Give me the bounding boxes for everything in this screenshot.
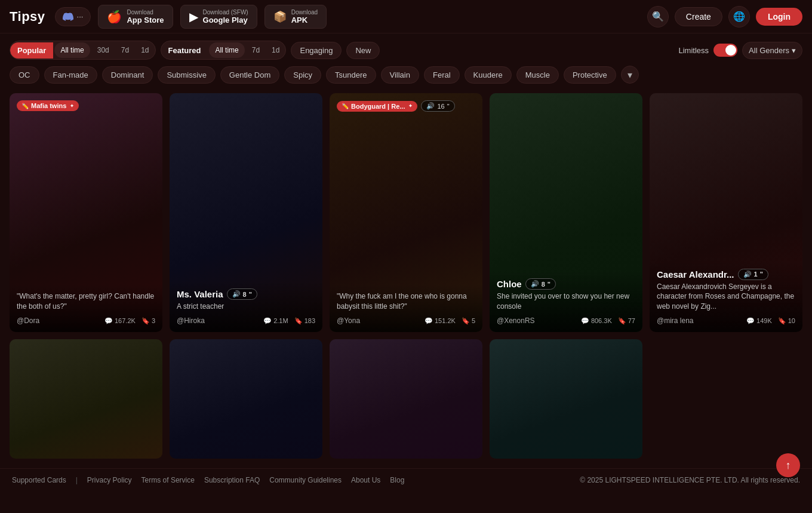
search-button[interactable]: 🔍 bbox=[647, 6, 669, 27]
tag-protective[interactable]: Protective bbox=[564, 66, 616, 84]
expand-tags-button[interactable]: ▾ bbox=[621, 66, 639, 84]
all-genders-label: All Genders bbox=[749, 46, 789, 55]
engaging-button[interactable]: Engaging bbox=[291, 42, 342, 59]
create-button[interactable]: Create bbox=[675, 7, 722, 26]
card-1-desc: "What's the matter, pretty girl? Can't h… bbox=[17, 291, 155, 312]
footer-links: Supported Cards | Privacy Policy Terms o… bbox=[12, 476, 404, 484]
featured-1d[interactable]: 1d bbox=[266, 42, 285, 58]
featured-alltime[interactable]: All time bbox=[209, 42, 244, 58]
filter-row-1: Popular All time 30d 7d 1d Featured All … bbox=[10, 41, 802, 60]
popular-7d[interactable]: 7d bbox=[115, 42, 135, 58]
new-button[interactable]: New bbox=[346, 42, 380, 59]
featured-filter-group: Featured All time 7d 1d bbox=[161, 41, 287, 60]
tag-feral[interactable]: Feral bbox=[424, 66, 460, 84]
tag-submissive[interactable]: Submissive bbox=[158, 66, 215, 84]
tag-oc[interactable]: OC bbox=[10, 66, 39, 84]
tag-spicy[interactable]: Spicy bbox=[284, 66, 321, 84]
card-3-footer: @Yona 💬 151.2K 🔖 5 bbox=[337, 317, 475, 325]
footer-sep-1: | bbox=[76, 476, 78, 484]
card-3-overlay: "Why the fuck am I the one who is gonna … bbox=[330, 284, 482, 332]
card-1-views: 🔖 3 bbox=[142, 317, 155, 325]
tag-kuudere[interactable]: Kuudere bbox=[465, 66, 512, 84]
card-2-author: @Hiroka bbox=[177, 317, 205, 325]
card-4-voice-badge: 🔊 8 " bbox=[525, 278, 556, 290]
card-3[interactable]: ✏️ Bodyguard | Re... 🔊 16 " "Why the fuc… bbox=[330, 93, 482, 332]
voice-icon: 🔊 bbox=[531, 280, 539, 288]
google-play-icon: ▶ bbox=[189, 10, 198, 24]
comment-icon: 💬 bbox=[746, 317, 755, 325]
comment-icon: 💬 bbox=[104, 317, 113, 325]
comment-icon: 💬 bbox=[263, 317, 272, 325]
card-5-overlay: Caesar Alexandr... 🔊 1 " Caesar Alexandr… bbox=[650, 262, 802, 332]
card-1-comments: 💬 167.2K bbox=[104, 317, 136, 325]
popular-1d[interactable]: 1d bbox=[135, 42, 155, 58]
login-button[interactable]: Login bbox=[756, 8, 802, 26]
apk-top-label: Download bbox=[291, 9, 318, 16]
card-3-comments: 💬 151.2K bbox=[425, 317, 456, 325]
footer-terms-of-service[interactable]: Terms of Service bbox=[142, 476, 195, 484]
card-4-comments: 💬 806.3K bbox=[581, 317, 612, 325]
tag-tsundere[interactable]: Tsundere bbox=[326, 66, 376, 84]
card-2[interactable]: Ms. Valeria 🔊 8 " A strict teacher @Hiro… bbox=[170, 93, 322, 332]
footer-blog[interactable]: Blog bbox=[390, 476, 404, 484]
comment-icon: 💬 bbox=[425, 317, 433, 325]
bookmark-icon: 🔖 bbox=[462, 317, 470, 325]
apk-main-label: APK bbox=[291, 16, 318, 24]
filter-row-tags: OC Fan-made Dominant Submissive Gentle D… bbox=[10, 66, 802, 84]
card-2-views: 🔖 183 bbox=[294, 317, 315, 325]
popular-label[interactable]: Popular bbox=[10, 42, 53, 59]
card-6[interactable] bbox=[10, 339, 162, 459]
footer-about-us[interactable]: About Us bbox=[351, 476, 380, 484]
language-button[interactable]: 🌐 bbox=[728, 6, 750, 27]
card-4[interactable]: Chloe 🔊 8 " She invited you over to show… bbox=[490, 93, 642, 332]
card-3-voice-badge: 🔊 16 " bbox=[421, 100, 454, 112]
limitless-toggle[interactable] bbox=[713, 44, 737, 57]
featured-label[interactable]: Featured bbox=[161, 42, 208, 59]
card-4-desc: She invited you over to show you her new… bbox=[497, 291, 635, 312]
card-5-voice-badge: 🔊 1 " bbox=[738, 269, 768, 280]
card-4-name: Chloe 🔊 8 " bbox=[497, 278, 635, 290]
discord-button[interactable]: ··· bbox=[55, 7, 91, 26]
toggle-knob bbox=[725, 45, 736, 56]
card-2-overlay: Ms. Valeria 🔊 8 " A strict teacher @Hiro… bbox=[170, 281, 322, 332]
card-3-tag-badge: ✏️ Bodyguard | Re... bbox=[337, 101, 417, 112]
card-8[interactable] bbox=[330, 339, 482, 459]
footer-community-guidelines[interactable]: Community Guidelines bbox=[269, 476, 342, 484]
arrow-up-icon: ↑ bbox=[786, 459, 791, 472]
card-5[interactable]: Caesar Alexandr... 🔊 1 " Caesar Alexandr… bbox=[650, 93, 802, 332]
footer-supported-cards[interactable]: Supported Cards bbox=[12, 476, 66, 484]
card-1-footer: @Dora 💬 167.2K 🔖 3 bbox=[17, 317, 155, 325]
card-4-footer: @XenonRS 💬 806.3K 🔖 77 bbox=[497, 317, 635, 325]
app-logo[interactable]: Tipsy bbox=[10, 9, 45, 24]
tag-fanmade[interactable]: Fan-made bbox=[44, 66, 97, 84]
tag-dominant[interactable]: Dominant bbox=[102, 66, 153, 84]
card-2-desc: A strict teacher bbox=[177, 302, 315, 312]
card-2-comments: 💬 2.1M bbox=[263, 317, 288, 325]
card-7[interactable] bbox=[170, 339, 322, 459]
card-1-tag-badge: ✏️ Mafia twins bbox=[17, 100, 79, 111]
filter-bar: Popular All time 30d 7d 1d Featured All … bbox=[0, 33, 812, 84]
card-9[interactable] bbox=[490, 339, 642, 459]
footer-subscription-faq[interactable]: Subscription FAQ bbox=[204, 476, 260, 484]
card-1[interactable]: ✏️ Mafia twins "What's the matter, prett… bbox=[10, 93, 162, 332]
card-3-top-badge: ✏️ Bodyguard | Re... 🔊 16 " bbox=[337, 100, 455, 112]
bookmark-icon: 🔖 bbox=[778, 317, 786, 325]
download-googleplay-button[interactable]: ▶ Download (SFW) Google Play bbox=[180, 5, 257, 29]
popular-alltime[interactable]: All time bbox=[54, 42, 90, 58]
card-3-stats: 💬 151.2K 🔖 5 bbox=[425, 317, 475, 325]
download-apk-button[interactable]: 📦 Download APK bbox=[264, 5, 327, 29]
card-5-author: @mira lena bbox=[657, 317, 694, 325]
apple-icon: 🍎 bbox=[107, 10, 122, 24]
header-right: 🔍 Create 🌐 Login bbox=[647, 6, 802, 27]
scroll-top-button[interactable]: ↑ bbox=[776, 453, 800, 477]
tag-muscle[interactable]: Muscle bbox=[516, 66, 559, 84]
download-appstore-button[interactable]: 🍎 Download App Store bbox=[98, 5, 173, 29]
card-5-stats: 💬 149K 🔖 10 bbox=[746, 317, 795, 325]
tag-gentledom[interactable]: Gentle Dom bbox=[220, 66, 279, 84]
popular-30d[interactable]: 30d bbox=[91, 42, 115, 58]
featured-7d[interactable]: 7d bbox=[246, 42, 266, 58]
card-4-stats: 💬 806.3K 🔖 77 bbox=[581, 317, 635, 325]
footer-privacy-policy[interactable]: Privacy Policy bbox=[87, 476, 132, 484]
all-genders-select[interactable]: All Genders ▾ bbox=[742, 42, 802, 59]
tag-villain[interactable]: Villain bbox=[381, 66, 419, 84]
